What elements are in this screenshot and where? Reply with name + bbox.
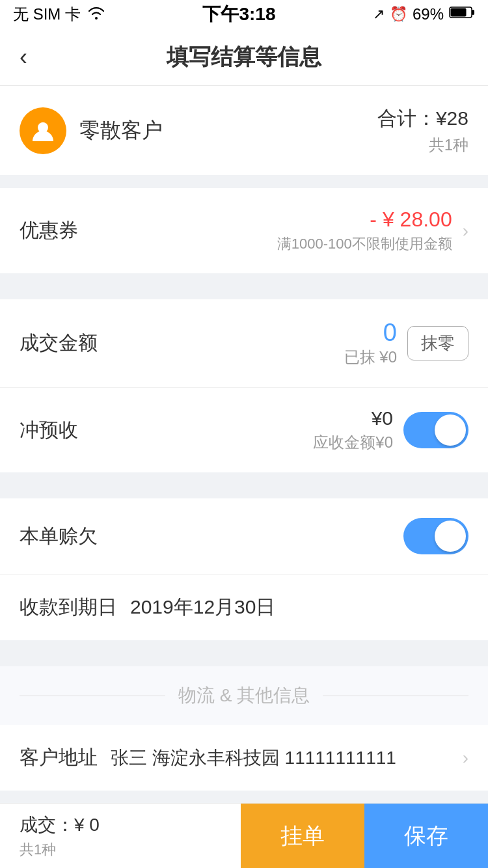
section-divider-3: [0, 653, 488, 666]
section-divider-2: [0, 485, 488, 498]
pre-receive-label: 冲预收: [20, 417, 78, 444]
customer-name: 零散客户: [79, 116, 163, 145]
wifi-icon: [87, 5, 105, 23]
address-row[interactable]: 客户地址 张三 海淀永丰科技园 11111111111 ›: [0, 725, 488, 791]
content-area: 零散客户 合计：¥28 共1种 优惠券 - ¥ 28.00 满1000-100不…: [0, 86, 488, 868]
coupon-amount: - ¥ 28.00: [277, 208, 452, 232]
coupon-desc: 满1000-100不限制使用金额: [277, 234, 452, 254]
customer-total: 合计：¥28: [377, 105, 468, 132]
deal-amount-section: 成交金额 已抹 ¥0 抹零 冲预收 ¥0 应收金额¥0: [0, 299, 488, 472]
due-date-label: 收款到期日: [20, 594, 117, 621]
coupon-section: 优惠券 - ¥ 28.00 满1000-100不限制使用金额 ›: [0, 188, 488, 273]
bottom-deal-amount: 成交：¥ 0: [20, 813, 221, 837]
chevron-right-icon: ›: [463, 221, 468, 241]
debit-row: 本单赊欠: [0, 498, 488, 574]
bottom-bar: 成交：¥ 0 共1种 挂单 保存: [0, 803, 488, 868]
bottom-count: 共1种: [20, 840, 221, 860]
pre-receive-info: ¥0 应收金额¥0: [313, 407, 393, 453]
section-divider-1: [0, 286, 488, 299]
svg-rect-2: [472, 10, 474, 15]
back-button[interactable]: ‹: [20, 44, 27, 71]
status-right: ↗ ⏰ 69%: [373, 5, 475, 23]
divider-line-right: [323, 696, 468, 696]
toggle-knob: [435, 414, 466, 446]
deal-amount-label: 成交金额: [20, 330, 98, 357]
deal-amount-input[interactable]: [358, 319, 397, 347]
deal-amount-row: 成交金额 已抹 ¥0 抹零: [0, 299, 488, 388]
customer-info: 零散客户: [20, 107, 163, 154]
address-label: 客户地址: [20, 744, 98, 771]
location-icon: ↗: [373, 6, 385, 23]
bottom-deal-value: ¥ 0: [74, 815, 100, 835]
pending-button[interactable]: 挂单: [241, 804, 364, 868]
coupon-label: 优惠券: [20, 217, 78, 244]
round-button[interactable]: 抹零: [407, 326, 468, 360]
coupon-right: - ¥ 28.00 满1000-100不限制使用金额 ›: [277, 208, 468, 254]
battery-label: 69%: [413, 5, 444, 23]
svg-rect-1: [450, 8, 466, 17]
logistics-label: 物流 & 其他信息: [178, 683, 310, 708]
bottom-info: 成交：¥ 0 共1种: [0, 804, 241, 868]
battery-icon: [449, 5, 475, 23]
pre-amount: ¥0: [313, 407, 393, 429]
due-date-value: 2019年12月30日: [130, 594, 275, 621]
nav-bar: ‹ 填写结算等信息: [0, 29, 488, 86]
page-title: 填写结算等信息: [167, 42, 321, 72]
pre-receive-row: 冲预收 ¥0 应收金额¥0: [0, 388, 488, 472]
debit-section: 本单赊欠 收款到期日 2019年12月30日: [0, 498, 488, 640]
avatar: [20, 107, 66, 154]
address-value: 张三 海淀永丰科技园 11111111111: [111, 746, 450, 770]
coupon-info: - ¥ 28.00 满1000-100不限制使用金额: [277, 208, 452, 254]
divider-line-left: [20, 696, 165, 696]
status-time: 下午3:18: [202, 2, 275, 27]
pre-receive-right: ¥0 应收金额¥0: [313, 407, 468, 453]
deal-amount-right: 已抹 ¥0 抹零: [344, 319, 468, 368]
bottom-deal-label: 成交：: [20, 815, 74, 835]
address-chevron-icon: ›: [463, 748, 468, 768]
logistics-header: 物流 & 其他信息: [0, 666, 488, 725]
debit-toggle-knob: [435, 521, 466, 552]
debit-toggle[interactable]: [403, 518, 468, 554]
coupon-row[interactable]: 优惠券 - ¥ 28.00 满1000-100不限制使用金额 ›: [0, 188, 488, 273]
pre-receive-toggle[interactable]: [403, 412, 468, 448]
status-bar: 无 SIM 卡 下午3:18 ↗ ⏰ 69%: [0, 0, 488, 29]
status-left: 无 SIM 卡: [13, 4, 105, 25]
deducted-label: 已抹 ¥0: [344, 347, 397, 368]
customer-count: 共1种: [377, 135, 468, 156]
no-sim-label: 无 SIM 卡: [13, 4, 81, 25]
alarm-icon: ⏰: [390, 6, 407, 23]
save-button[interactable]: 保存: [364, 804, 488, 868]
deal-amount-info: 已抹 ¥0: [344, 319, 397, 368]
due-date-row: 收款到期日 2019年12月30日: [0, 574, 488, 640]
customer-total-area: 合计：¥28 共1种: [377, 105, 468, 156]
debit-label: 本单赊欠: [20, 523, 98, 550]
customer-section: 零散客户 合计：¥28 共1种: [0, 86, 488, 175]
pre-desc: 应收金额¥0: [313, 432, 393, 453]
